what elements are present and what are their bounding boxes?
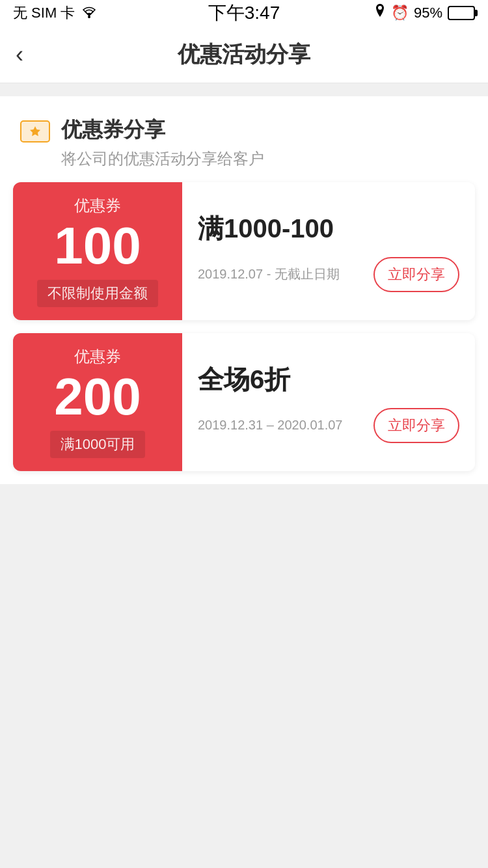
coupon-name-1: 满1000-100 <box>198 211 459 247</box>
status-left: 无 SIM 卡 <box>13 3 98 23</box>
alarm-icon: ⏰ <box>391 5 409 21</box>
coupon-value-1: 100 <box>54 220 141 272</box>
section-text-group: 优惠券分享 将公司的优惠活动分享给客户 <box>61 116 264 169</box>
status-bar: 无 SIM 卡 下午3:47 ⏰ 95% <box>0 0 488 26</box>
back-arrow: ‹ <box>16 41 23 68</box>
nav-bar: ‹ 优惠活动分享 <box>0 26 488 83</box>
status-right: ⏰ 95% <box>374 4 475 22</box>
share-button-1[interactable]: 立即分享 <box>373 257 459 292</box>
coupon-meta-1: 2019.12.07 - 无截止日期 立即分享 <box>198 257 459 292</box>
coupon-label-2: 优惠券 <box>74 346 121 367</box>
section-icon <box>20 116 51 147</box>
coupon-left-2: 优惠券 200 满1000可用 <box>13 333 182 471</box>
svg-point-0 <box>88 16 90 18</box>
coupon-name-2: 全场6折 <box>198 362 459 398</box>
section-gap <box>0 83 488 96</box>
coupon-right-1: 满1000-100 2019.12.07 - 无截止日期 立即分享 <box>182 182 475 320</box>
coupon-list: 优惠券 100 不限制使用金额 满1000-100 2019.12.07 - 无… <box>0 182 488 484</box>
bottom-empty-area <box>0 484 488 868</box>
coupon-meta-2: 2019.12.31 – 2020.01.07 立即分享 <box>198 408 459 443</box>
wifi-icon <box>80 4 98 22</box>
coupon-card-1: 优惠券 100 不限制使用金额 满1000-100 2019.12.07 - 无… <box>13 182 475 320</box>
section-title: 优惠券分享 <box>61 116 264 144</box>
coupon-condition-1: 不限制使用金额 <box>37 280 158 307</box>
coupon-card-2: 优惠券 200 满1000可用 全场6折 2019.12.31 – 2020.0… <box>13 333 475 471</box>
location-icon <box>374 4 386 22</box>
coupon-condition-2: 满1000可用 <box>50 431 146 458</box>
status-time: 下午3:47 <box>208 1 280 25</box>
coupon-value-2: 200 <box>54 371 141 423</box>
page-title: 优惠活动分享 <box>178 40 310 70</box>
section-header: 优惠券分享 将公司的优惠活动分享给客户 <box>0 96 488 182</box>
coupon-date-1: 2019.12.07 - 无截止日期 <box>198 265 367 283</box>
coupon-left-1: 优惠券 100 不限制使用金额 <box>13 182 182 320</box>
coupon-label-1: 优惠券 <box>74 195 121 216</box>
battery-text: 95% <box>414 5 442 21</box>
coupon-date-2: 2019.12.31 – 2020.01.07 <box>198 418 367 433</box>
coupon-right-2: 全场6折 2019.12.31 – 2020.01.07 立即分享 <box>182 333 475 471</box>
back-button[interactable]: ‹ <box>16 41 23 68</box>
carrier-text: 无 SIM 卡 <box>13 3 75 23</box>
section-subtitle: 将公司的优惠活动分享给客户 <box>61 148 264 169</box>
share-button-2[interactable]: 立即分享 <box>373 408 459 443</box>
battery-icon <box>448 6 475 20</box>
